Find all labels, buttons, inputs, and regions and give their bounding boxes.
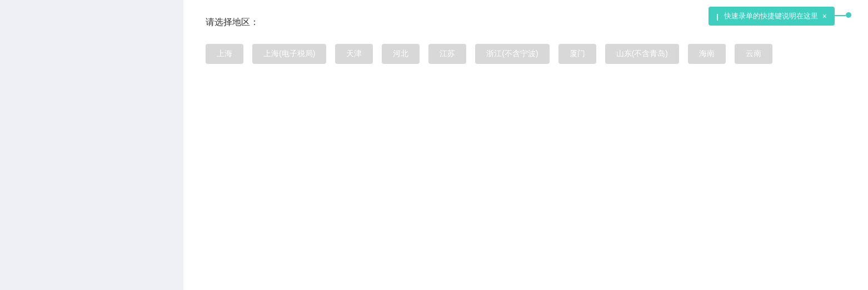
region-button-yunnan[interactable]: 云南 <box>735 44 772 64</box>
tooltip-popup: 快速录单的快捷键说明在这里 × <box>709 7 835 26</box>
region-button-xiamen[interactable]: 厦门 <box>558 44 596 64</box>
region-button-tianjin[interactable]: 天津 <box>335 44 373 64</box>
tooltip-text: 快速录单的快捷键说明在这里 <box>724 11 818 21</box>
tooltip-close-button[interactable]: × <box>822 12 827 20</box>
region-button-hainan[interactable]: 海南 <box>688 44 726 64</box>
region-button-jiangsu[interactable]: 江苏 <box>428 44 466 64</box>
sidebar <box>0 0 183 290</box>
region-button-shanghai-etax[interactable]: 上海(电子税局) <box>252 44 326 64</box>
tooltip-line <box>835 15 846 16</box>
region-button-shanghai[interactable]: 上海 <box>206 44 243 64</box>
region-button-zhejiang[interactable]: 浙江(不含宁波) <box>475 44 549 64</box>
region-button-hebei[interactable]: 河北 <box>382 44 420 64</box>
main-content: 请选择地区： 上海上海(电子税局)天津河北江苏浙江(不含宁波)厦门山东(不含青岛… <box>183 0 868 290</box>
region-buttons: 上海上海(电子税局)天津河北江苏浙江(不含宁波)厦门山东(不含青岛)海南云南 <box>206 44 846 64</box>
tooltip-dot <box>846 12 851 18</box>
region-button-shandong[interactable]: 山东(不含青岛) <box>605 44 679 64</box>
